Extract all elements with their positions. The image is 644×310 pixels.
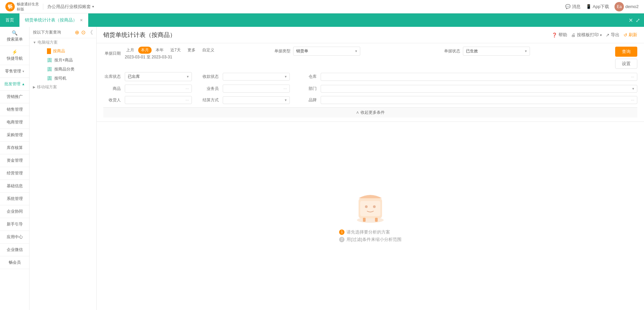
empty-state: 1 请先选择要分析的方案 2 用[过滤]条件来缩小分析范围 <box>97 122 644 310</box>
print-button[interactable]: 🖨 按模板打印 ▾ <box>571 32 602 38</box>
sidebar-item-system[interactable]: 系统管理 <box>0 193 29 205</box>
retail-arrow-icon: ▾ <box>22 69 24 73</box>
date-tab-this-year[interactable]: 本年 <box>153 47 166 54</box>
settle-select[interactable]: ▾ <box>223 96 290 104</box>
sidebar-item-finance[interactable]: 资金管理 <box>0 154 29 167</box>
sidebar-item-member[interactable]: 畅会员 <box>0 256 29 269</box>
sidebar-item-basic[interactable]: 基础信息 <box>0 180 29 193</box>
sidebar-item-search[interactable]: 🔍 搜索菜单 <box>0 27 29 46</box>
sidebar-item-wechat[interactable]: 企业微信 <box>0 244 29 256</box>
tab-close-all-icon[interactable]: ✕ <box>629 17 633 23</box>
hint-num-2: 2 <box>339 237 344 242</box>
brand-dots-icon: ··· <box>631 98 634 102</box>
tabbar: 首页 销货单统计计表（按商品） ✕ ✕ ⤢ <box>0 13 644 27</box>
tab-expand-icon[interactable]: ⤢ <box>636 17 640 23</box>
help-icon: ❓ <box>552 33 557 38</box>
tab-home-label: 首页 <box>5 17 14 23</box>
settle-label: 结算方式 <box>201 97 219 103</box>
collapse-bar[interactable]: ∧ 收起更多条件 <box>103 107 637 117</box>
refresh-button[interactable]: ↺ 刷新 <box>624 32 637 38</box>
setting-button[interactable]: 设置 <box>615 59 637 69</box>
sidebar-item-sales[interactable]: 销售管理 <box>0 103 29 116</box>
edit-scheme-button[interactable]: ⊙ <box>81 30 86 35</box>
content-area: 销货单统计计表（按商品） ❓ 帮助 🖨 按模板打印 ▾ ↗ 导出 <box>97 27 644 310</box>
sidebar-item-retail[interactable]: 零售管理 ▾ <box>0 65 29 78</box>
doc-status-label: 单据状态 <box>443 48 460 54</box>
logo-icon: 畅 <box>5 2 15 11</box>
avatar: Ea <box>614 2 624 11</box>
empty-hints: 1 请先选择要分析的方案 2 用[过滤]条件来缩小分析范围 <box>339 229 401 244</box>
date-tab-7days[interactable]: 近7天 <box>168 47 183 54</box>
doc-type-select[interactable]: 销货单 ▾ <box>293 47 360 56</box>
add-scheme-button[interactable]: ⊕ <box>75 30 79 35</box>
doc-status-select[interactable]: 已生效 ▾ <box>463 47 530 56</box>
doc-type-arrow-icon: ▾ <box>355 49 357 53</box>
product-select[interactable]: ··· <box>125 85 192 93</box>
left-panel-header: 按以下方案查询 ⊕ ⊙ 《 <box>30 27 96 38</box>
tree-item-by-month-product[interactable]: 圆 按月+商品 <box>38 56 96 65</box>
filter-area: 单据日期 上月 本月 本年 近7天 更多 自定义 2023-03-01 至 20… <box>97 43 644 122</box>
tab-sales-stats[interactable]: 销货单统计计表（按商品） ✕ <box>19 13 88 27</box>
svg-point-4 <box>373 205 376 208</box>
sidebar-item-marketing[interactable]: 营销推广 <box>0 91 29 103</box>
settle-arrow-icon: ▾ <box>285 98 287 102</box>
quick-nav-icon: ⚡ <box>12 49 17 55</box>
date-tab-this-month[interactable]: 本月 <box>138 47 152 54</box>
dept-arrow-icon: ▾ <box>632 87 634 91</box>
app-download-button[interactable]: 📱 App下载 <box>586 4 609 10</box>
left-panel: 按以下方案查询 ⊕ ⊙ 《 ▼ 电脑端方案 按 按商品 圆 按月+商品 圆 按商… <box>30 27 97 310</box>
empty-state-content: 1 请先选择要分析的方案 2 用[过滤]条件来缩小分析范围 <box>339 188 401 244</box>
dept-label: 部门 <box>299 86 317 92</box>
svg-rect-6 <box>375 218 378 222</box>
logo-area: 畅 畅捷通好生意 标版 <box>5 2 39 11</box>
filter-row-4: 收货人 ··· 结算方式 ▾ 品牌 ··· <box>103 96 637 104</box>
wholesale-arrow-icon: ▲ <box>22 82 25 86</box>
sidebar-item-operations[interactable]: 经营管理 <box>0 167 29 180</box>
sidebar-item-purchase[interactable]: 采购管理 <box>0 129 29 142</box>
out-status-select[interactable]: 已出库 ▾ <box>125 72 192 81</box>
collapse-panel-button[interactable]: 《 <box>88 30 93 35</box>
message-button[interactable]: 💬 消息 <box>565 4 581 10</box>
sidebar-item-inventory[interactable]: 库存核算 <box>0 142 29 154</box>
sidebar-item-wholesale[interactable]: 批发管理 ▲ <box>0 78 29 91</box>
dept-select[interactable]: ▾ <box>321 85 637 93</box>
hint-num-1: 1 <box>339 229 344 235</box>
receiver-select[interactable]: ··· <box>125 96 192 104</box>
print-arrow-icon: ▾ <box>600 33 602 37</box>
sidebar-item-ecommerce[interactable]: 电商管理 <box>0 116 29 129</box>
warehouse-label: 仓库 <box>299 74 317 80</box>
salesperson-label: 业务员 <box>201 86 219 92</box>
by-month-icon: 圆 <box>47 58 52 63</box>
salesperson-select[interactable]: ··· <box>223 85 290 93</box>
tree-section-pc[interactable]: ▼ 电脑端方案 <box>30 38 96 47</box>
receipt-status-select[interactable]: ▾ <box>223 73 290 81</box>
user-menu[interactable]: Ea demo2 <box>614 2 639 11</box>
date-label: 单据日期 <box>103 51 121 56</box>
date-tab-custom[interactable]: 自定义 <box>200 47 217 54</box>
page-actions: ❓ 帮助 🖨 按模板打印 ▾ ↗ 导出 ↺ 刷新 <box>552 32 637 38</box>
sidebar-item-enterprise[interactable]: 企业协同 <box>0 205 29 218</box>
brand-select[interactable]: ··· <box>321 96 637 104</box>
tab-home[interactable]: 首页 <box>0 13 19 27</box>
sidebar-item-newbie[interactable]: 新手引导 <box>0 218 29 231</box>
sidebar-item-quick-nav[interactable]: ⚡ 快捷导航 <box>0 46 29 65</box>
by-product-icon: 按 <box>47 48 51 54</box>
warehouse-select[interactable]: ··· <box>321 73 637 81</box>
date-tab-last-month[interactable]: 上月 <box>123 47 137 54</box>
tree-item-by-product-cat[interactable]: 圆 按商品分类 <box>38 65 96 74</box>
tree-section-mobile[interactable]: ▶ 移动端方案 <box>30 83 96 91</box>
app-selector[interactable]: 办公用品行业模拟账套 ▾ <box>43 4 94 10</box>
export-button[interactable]: ↗ 导出 <box>606 32 620 38</box>
tree-expand-icon: ▼ <box>33 41 36 44</box>
receipt-status-arrow-icon: ▾ <box>285 74 287 79</box>
tree-item-by-product[interactable]: 按 按商品 <box>38 47 96 56</box>
receipt-status-label: 收款状态 <box>201 74 219 80</box>
query-button[interactable]: 查询 <box>615 47 637 57</box>
sidebar-item-app-center[interactable]: 应用中心 <box>0 231 29 244</box>
tree-item-by-cashier[interactable]: 圆 按司机 <box>38 74 96 83</box>
date-tab-more[interactable]: 更多 <box>185 47 198 54</box>
tab-close-icon[interactable]: ✕ <box>80 18 83 22</box>
chevron-down-icon: ▾ <box>92 5 94 8</box>
help-button[interactable]: ❓ 帮助 <box>552 32 567 38</box>
doc-type-label: 单据类型 <box>273 48 290 54</box>
